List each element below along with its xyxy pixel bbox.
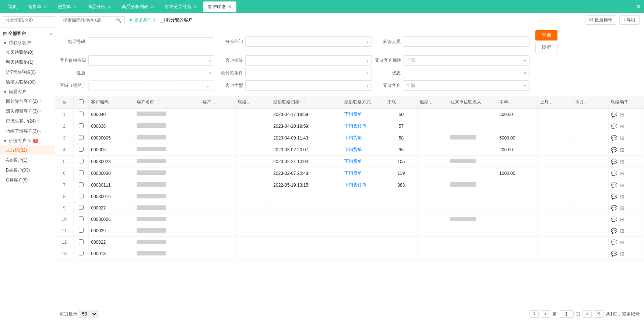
sidebar-item-abnormal[interactable]: 回购异常客户(2) ?	[0, 96, 55, 106]
cell-checkbox[interactable]	[74, 225, 89, 237]
close-icon[interactable]: ✕	[194, 1, 197, 12]
th-code[interactable]: 客户编码 ⋮	[89, 96, 134, 109]
th-unit[interactable]: 往来单位联系人	[448, 96, 497, 109]
phone-input[interactable]	[88, 37, 214, 46]
price-level-select[interactable]: ∨	[88, 55, 214, 66]
sidebar-item-classB[interactable]: B类客户(33)	[0, 165, 55, 175]
grid-action-icon[interactable]: ⊞	[620, 216, 624, 222]
chat-icon[interactable]: 💬	[611, 239, 617, 245]
cell-checkbox[interactable]	[74, 120, 89, 132]
grid-action-icon[interactable]: ⊞	[620, 112, 624, 117]
th-type[interactable]: 客户...	[200, 96, 235, 109]
my-customers-checkbox[interactable]: 我分管的客户	[160, 17, 193, 23]
method-link[interactable]: 下销货单	[344, 135, 362, 140]
cell-checkbox[interactable]	[74, 179, 89, 191]
method-link[interactable]: 下销售订单	[344, 182, 366, 187]
close-icon[interactable]: ✕	[73, 1, 77, 12]
method-link[interactable]: 下销货单	[344, 159, 362, 164]
close-icon[interactable]: ✕	[43, 1, 47, 12]
th-settings[interactable]: ⚙	[55, 96, 74, 109]
chat-icon[interactable]: 💬	[611, 159, 617, 165]
retail-customer-select[interactable]: 全部 ∨	[403, 80, 529, 91]
cell-checkbox[interactable]	[74, 202, 89, 214]
cell-checkbox[interactable]	[74, 109, 89, 120]
chat-icon[interactable]: 💬	[611, 216, 617, 222]
grid-action-icon[interactable]: ⊞	[620, 205, 624, 211]
chat-icon[interactable]: 💬	[611, 123, 617, 129]
chat-icon[interactable]: 💬	[611, 228, 617, 234]
method-link[interactable]: 下销货单	[344, 147, 362, 152]
reset-button[interactable]: 设置	[535, 42, 557, 53]
region-select[interactable]: …	[88, 80, 214, 91]
sidebar-item-7days[interactable]: 近7天待联络(0)	[0, 67, 55, 77]
sidebar-item-declining[interactable]: 持续下滑客户(2) ?	[0, 126, 55, 136]
search-icon[interactable]: 🔍	[116, 18, 122, 23]
grid-action-icon[interactable]: ⊞	[620, 147, 624, 153]
chat-icon[interactable]: 💬	[611, 170, 617, 176]
th-thismonth[interactable]: 本月...	[573, 96, 608, 109]
row-checkbox[interactable]	[79, 194, 84, 198]
chat-icon[interactable]: 💬	[611, 112, 617, 117]
customer-type-select[interactable]: ∨	[245, 80, 372, 91]
collapse-icon[interactable]: «	[49, 31, 52, 36]
sidebar-item-lost[interactable]: 已流失客户(24) ?	[0, 116, 55, 126]
sidebar-item-classA[interactable]: A类客户(1)	[0, 155, 55, 165]
tab-sales-order[interactable]: 销售单 ✕	[23, 1, 52, 12]
grid-action-icon[interactable]: ⊞	[620, 194, 624, 200]
more-conditions-btn[interactable]: ▼ 更多条件 ∧	[129, 17, 156, 23]
row-checkbox[interactable]	[79, 239, 84, 244]
grid-action-icon[interactable]: ⊞	[620, 228, 624, 234]
cell-checkbox[interactable]	[74, 214, 89, 225]
row-checkbox[interactable]	[79, 112, 84, 116]
th-method[interactable]: 最后联络方式	[342, 96, 385, 109]
next-page-button[interactable]: >	[583, 310, 592, 318]
close-icon[interactable]: ✕	[108, 1, 111, 12]
close-icon[interactable]: ✕	[228, 1, 231, 12]
page-number-input[interactable]	[559, 310, 574, 318]
th-checkbox[interactable]	[74, 96, 89, 109]
tab-home[interactable]: 首页	[3, 1, 22, 12]
grid-action-icon[interactable]: ⊞	[620, 159, 624, 165]
chat-icon[interactable]: 💬	[611, 182, 617, 188]
refresh-icon[interactable]: ↻	[28, 138, 31, 143]
sidebar-item-ungroup[interactable]: 未分组(32)	[0, 145, 55, 155]
customer-level-select[interactable]: ∨	[245, 55, 372, 66]
row-checkbox[interactable]	[79, 216, 84, 221]
dept-select[interactable]: ∨	[245, 36, 372, 47]
settings-icon[interactable]: ⚙	[62, 100, 66, 105]
per-page-select[interactable]: 50 100 200	[79, 310, 98, 318]
th-year[interactable]: 本年...	[497, 96, 538, 109]
th-lastmonth[interactable]: 上月...	[538, 96, 573, 109]
cell-checkbox[interactable]	[74, 132, 89, 144]
cell-checkbox[interactable]	[74, 237, 89, 248]
last-page-button[interactable]: K	[594, 310, 603, 318]
row-checkbox[interactable]	[79, 159, 84, 163]
cell-checkbox[interactable]	[74, 167, 89, 179]
prev-page-button[interactable]: <	[541, 310, 550, 318]
grid-action-icon[interactable]: ⊞	[620, 239, 624, 245]
grid-action-icon[interactable]: ⊞	[620, 251, 624, 257]
row-checkbox[interactable]	[79, 135, 84, 140]
grid-action-icon[interactable]: ⊞	[620, 182, 624, 188]
first-page-button[interactable]: K	[529, 310, 539, 318]
cell-checkbox[interactable]	[74, 248, 89, 260]
close-window-icon[interactable]: ✕	[636, 3, 641, 11]
tab-customer-contact[interactable]: 客户联络 ✕	[203, 1, 236, 12]
sidebar-item-classC[interactable]: C类客户(6)	[0, 175, 55, 185]
grid-action-icon[interactable]: ⊞	[620, 123, 624, 129]
th-overdue[interactable]: 逾期...	[418, 96, 448, 109]
sidebar-item-overdue[interactable]: 逾期未联络(30)	[0, 77, 55, 87]
grid-action-icon[interactable]: ⊞	[620, 135, 624, 141]
sidebar-item-warning[interactable]: 流失预警客户(3) ?	[0, 106, 55, 116]
status-select[interactable]: ∨	[403, 68, 529, 78]
query-button[interactable]: 查询	[535, 30, 557, 40]
payment-select[interactable]: ∨	[245, 68, 372, 78]
person-select[interactable]: …	[403, 36, 529, 47]
cell-checkbox[interactable]	[74, 156, 89, 167]
export-button[interactable]: ↑ 导出	[619, 15, 640, 25]
search-input[interactable]	[63, 18, 115, 23]
cell-checkbox[interactable]	[74, 191, 89, 202]
th-date[interactable]: 最后联络日期 ⋮	[271, 96, 342, 109]
retail-attr-select[interactable]: 全部 ∨	[404, 55, 529, 66]
all-customers-header[interactable]: ⊞ 全部客户 «	[0, 28, 55, 38]
